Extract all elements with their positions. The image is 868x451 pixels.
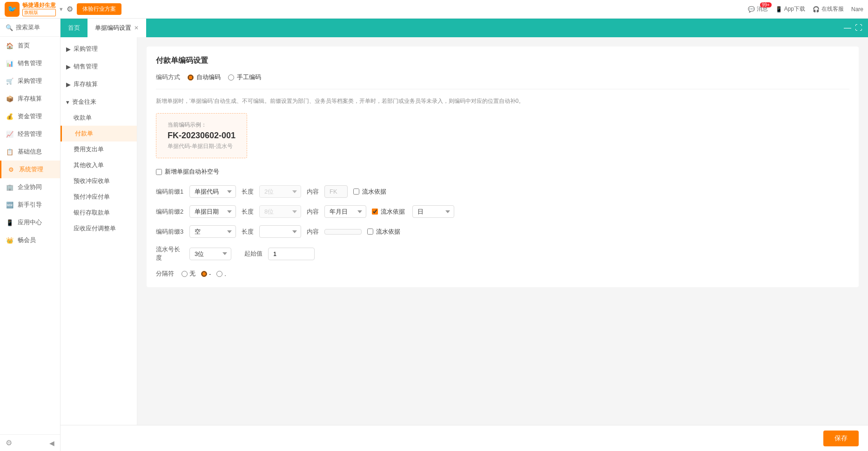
manual-code-option[interactable]: 手工编码: [228, 73, 261, 81]
top-bar: 🐦 畅捷通好生意 旗舰版 ▾ ⚙ 体验行业方案 💬 消息 99+ 📱 App下载…: [0, 0, 868, 19]
sidebar-item-operations[interactable]: 📈 经营管理: [0, 125, 60, 143]
auto-code-radio[interactable]: [188, 74, 194, 81]
inventory-icon: 📦: [6, 94, 14, 103]
user-name: Nare: [851, 6, 863, 13]
sidebar-items: 🏠 首页 📊 销售管理 🛒 采购管理 📦 库存核算 💰 资金管理 📈 经营管理 …: [0, 37, 60, 434]
tab-close-icon[interactable]: ✕: [134, 25, 139, 31]
settings-card: 付款单编码设置 编码方式 自动编码 手工编码: [147, 47, 859, 287]
prefix3-row: 编码前缀3 单据代码 单据日期 部门 业务员 空 长度 内容: [156, 225, 849, 238]
sidebar-item-basic[interactable]: 📋 基础信息: [0, 143, 60, 161]
logo-text: 畅捷通好生意 旗舰版: [22, 2, 56, 17]
prefix1-select[interactable]: 单据代码 单据日期 部门 业务员 空: [189, 185, 236, 198]
prefix3-length-select[interactable]: [259, 225, 301, 238]
sidebar-item-home[interactable]: 🏠 首页: [0, 37, 60, 54]
appstore-icon: 📱: [6, 218, 14, 227]
auto-code-option[interactable]: 自动编码: [188, 73, 221, 81]
search-icon: 🔍: [6, 24, 13, 31]
serial-length-label: 流水号长度: [156, 245, 184, 262]
prefix1-content-label: 内容: [307, 188, 319, 196]
tab-fullscreen-icon[interactable]: ⛶: [855, 24, 862, 32]
sidebar-item-member[interactable]: 👑 畅会员: [0, 231, 60, 249]
sidebar-item-finance[interactable]: 💰 资金管理: [0, 108, 60, 125]
prefix1-flow-check[interactable]: [353, 188, 359, 195]
settings-icon[interactable]: ⚙: [67, 5, 73, 13]
prefix2-flow-checkbox: 流水依据: [372, 208, 405, 216]
prefix3-length-label: 长度: [242, 228, 254, 236]
chevron-down-icon: ▾: [66, 99, 69, 106]
auto-fill-label: 新增单据自动补空号: [165, 168, 219, 176]
serial-length-select[interactable]: 3位 4位 5位 6位: [189, 248, 231, 260]
sidebar-collapse-icon[interactable]: ◀: [49, 439, 54, 447]
logo-area: 🐦 畅捷通好生意 旗舰版: [5, 2, 56, 17]
content-area: ▶ 采购管理 ▶ 销售管理 ▶ 库存核算 ▾ 资金往来: [61, 37, 868, 451]
encoding-method-row: 编码方式 自动编码 手工编码: [156, 73, 849, 89]
example-code: FK-20230602-001: [168, 131, 236, 141]
tab-home[interactable]: 首页: [61, 19, 87, 37]
sidebar-item-inventory[interactable]: 📦 库存核算: [0, 90, 60, 108]
sub-item-expense[interactable]: 费用支出单: [61, 141, 137, 157]
sub-group-fund-title[interactable]: ▾ 资金往来: [61, 94, 137, 110]
sub-group-sales-title[interactable]: ▶ 销售管理: [61, 59, 137, 74]
prefix2-select[interactable]: 单据代码 单据日期 部门 业务员 空: [189, 205, 236, 218]
auto-fill-checkbox[interactable]: [156, 169, 162, 175]
prefix1-length-select[interactable]: 2位: [259, 185, 301, 198]
prefix2-content-select[interactable]: 年月日 年月 年: [324, 205, 366, 218]
sidebar-item-system[interactable]: ⚙ 系统管理: [0, 161, 60, 178]
code-example-box: 当前编码示例： FK-20230602-001 单据代码-单据日期-流水号: [156, 113, 247, 158]
tab-bill-code[interactable]: 单据编码设置 ✕: [87, 19, 146, 37]
prefix1-content-value: FK: [324, 185, 348, 198]
tab-minimize-icon[interactable]: —: [844, 24, 851, 32]
member-icon: 👑: [6, 236, 14, 244]
sub-item-receipt[interactable]: 收款单: [61, 110, 137, 126]
top-bar-left: 🐦 畅捷通好生意 旗舰版 ▾ ⚙ 体验行业方案: [5, 2, 121, 17]
prefix2-flow-period-select[interactable]: 日 月 年: [412, 205, 454, 218]
sub-item-other-income[interactable]: 其他收入单: [61, 157, 137, 173]
sep-dot-radio[interactable]: [216, 271, 222, 277]
sidebar-item-sales[interactable]: 📊 销售管理: [0, 54, 60, 72]
sub-item-prepay-pay[interactable]: 预付冲应付单: [61, 189, 137, 205]
sub-group-purchase-title[interactable]: ▶ 采购管理: [61, 41, 137, 57]
operations-icon: 📈: [6, 130, 14, 138]
save-button[interactable]: 保存: [823, 431, 859, 446]
prefix3-select[interactable]: 单据代码 单据日期 部门 业务员 空: [189, 225, 236, 238]
finance-icon: 💰: [6, 112, 14, 121]
sidebar-item-appstore[interactable]: 📱 应用中心: [0, 214, 60, 231]
sidebar-item-enterprise[interactable]: 🏢 企业协同: [0, 178, 60, 196]
sub-item-ap-adjust[interactable]: 应收应付调整单: [61, 221, 137, 236]
prefix3-flow-check[interactable]: [367, 229, 373, 235]
logo-icon: 🐦: [5, 2, 20, 17]
prefix2-length-select[interactable]: 8位: [259, 205, 301, 218]
sub-item-bank-deposit[interactable]: 银行存取款单: [61, 205, 137, 221]
sep-none-option[interactable]: 无: [182, 269, 195, 278]
chevron-right-icon2: ▶: [66, 63, 71, 70]
start-value-input[interactable]: [268, 248, 315, 260]
sidebar: 🔍 搜索菜单 🏠 首页 📊 销售管理 🛒 采购管理 📦 库存核算 💰 资金管理 …: [0, 19, 61, 451]
app-icon: 📱: [775, 6, 782, 13]
sidebar-settings-icon[interactable]: ⚙: [6, 438, 12, 447]
chevron-icon[interactable]: ▾: [60, 6, 63, 13]
sidebar-item-purchase[interactable]: 🛒 采购管理: [0, 72, 60, 90]
sep-dot-option[interactable]: .: [216, 270, 226, 277]
trial-button[interactable]: 体验行业方案: [77, 3, 121, 15]
system-icon: ⚙: [7, 165, 15, 174]
app-download-button[interactable]: 📱 App下载: [775, 5, 805, 13]
sep-dash-option[interactable]: -: [201, 270, 211, 277]
auto-fill-row: 新增单据自动补空号: [156, 168, 849, 176]
sub-group-inventory-title[interactable]: ▶ 库存核算: [61, 76, 137, 92]
messages-button[interactable]: 💬 消息 99+: [748, 5, 768, 13]
prefix2-label: 编码前缀2: [156, 208, 184, 216]
sub-item-prepay-recv[interactable]: 预收冲应收单: [61, 173, 137, 189]
sidebar-item-guide[interactable]: 🆕 新手引导: [0, 196, 60, 214]
search-menu[interactable]: 🔍 搜索菜单: [0, 19, 60, 37]
info-text: 新增单据时，'单据编码'自动生成、不可编辑。前缀设置为部门、业务员等档案类，开单…: [156, 97, 849, 106]
support-button[interactable]: 🎧 在线客服: [813, 5, 844, 13]
sub-group-purchase: ▶ 采购管理: [61, 41, 137, 57]
sep-dash-radio[interactable]: [201, 271, 207, 277]
main-wrapper: 首页 单据编码设置 ✕ — ⛶ ▶ 采购管理 ▶ 销售管理: [61, 19, 868, 451]
sub-item-payment[interactable]: 付款单: [61, 126, 137, 141]
separator-row: 分隔符 无 - .: [156, 269, 849, 278]
prefix2-flow-check[interactable]: [372, 209, 378, 215]
manual-code-radio[interactable]: [228, 74, 234, 81]
chevron-right-icon: ▶: [66, 46, 71, 53]
sep-none-radio[interactable]: [182, 271, 188, 277]
